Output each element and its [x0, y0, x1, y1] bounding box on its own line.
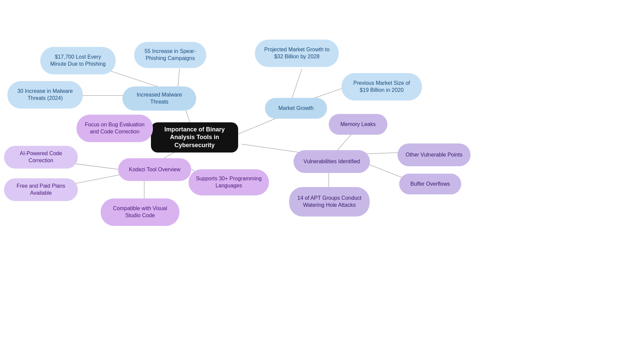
svg-line-2	[241, 144, 300, 153]
other-vuln-node: Other Vulnerable Points	[397, 143, 471, 166]
vulnerabilities-node: Vulnerabilities Identified	[293, 150, 370, 173]
supports-langs-node: Supports 30+ Programming Languages	[189, 169, 269, 195]
phishing-cost-node: $17,700 Lost Every Minute Due to Phishin…	[40, 47, 116, 74]
spear-phishing-node: 55 Increase in Spear-Phishing Campaigns	[134, 42, 206, 68]
watering-hole-node: 14 of APT Groups Conduct Watering Hole A…	[289, 187, 370, 217]
malware-30-node: 30 Increase in Malware Threats (2024)	[7, 81, 83, 109]
svg-line-6	[178, 69, 179, 89]
market-growth-node: Market Growth	[265, 98, 327, 119]
increased-malware-node: Increased Malware Threats	[122, 86, 196, 111]
svg-line-8	[292, 69, 302, 99]
buffer-overflows-node: Buffer Overflows	[399, 174, 461, 194]
memory-leaks-node: Memory Leaks	[329, 114, 387, 135]
svg-line-9	[312, 87, 345, 99]
center-node: Importance of Binary Analysis Tools in C…	[151, 122, 238, 153]
free-paid-node: Free and Paid Plans Available	[4, 178, 78, 201]
market-growth-projected-node: Projected Market Growth to $32 Billion b…	[255, 40, 339, 67]
kodezi-tool-node: Kodezi Tool Overview	[118, 158, 191, 181]
market-size-prev-node: Previous Market Size of $19 Billion in 2…	[341, 73, 422, 101]
ai-powered-node: AI-Powered Code Correction	[4, 146, 78, 169]
compatible-vscode-node: Compatible with Visual Studio Code	[101, 198, 179, 226]
focus-bug-node: Focus on Bug Evaluation and Code Correct…	[76, 115, 153, 142]
